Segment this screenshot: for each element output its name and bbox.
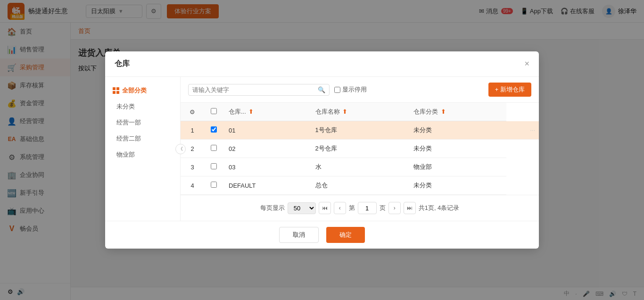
row-category: 未分类: [408, 140, 506, 158]
select-all-checkbox[interactable]: [211, 108, 217, 114]
row-checkbox[interactable]: [204, 176, 223, 195]
modal-close-button[interactable]: ×: [524, 59, 529, 69]
row-code: 01: [223, 121, 310, 140]
row-code: DEFAULT: [223, 176, 310, 195]
row-category: 未分类: [408, 121, 506, 140]
warehouse-modal: 仓库 × 全部分类 未分类 经营一部 经营二部 物业部: [105, 51, 539, 249]
modal-overlay: 仓库 × 全部分类 未分类 经营一部 经营二部 物业部: [0, 0, 644, 300]
table-wrapper: ⚙ 仓库... ⬆ 仓库名称: [181, 103, 539, 195]
search-box: 🔍: [188, 84, 330, 96]
row-checkbox[interactable]: [204, 158, 223, 176]
new-warehouse-btn[interactable]: + 新增仓库: [488, 83, 531, 97]
modal-footer: 取消 确定: [105, 221, 539, 249]
sort-icon: ⬆: [248, 108, 254, 115]
modal-body: 全部分类 未分类 经营一部 经营二部 物业部 《 🔍: [105, 77, 539, 221]
modal-title: 仓库: [115, 59, 130, 69]
col-gear: ⚙: [181, 103, 204, 121]
row-actions[interactable]: ···: [506, 121, 539, 140]
sort-icon-3: ⬆: [441, 108, 446, 115]
total-text: 共1页, 4条记录: [419, 204, 460, 212]
col-category: 仓库分类 ⬆: [408, 103, 506, 121]
modal-sidebar: 全部分类 未分类 经营一部 经营二部 物业部 《: [105, 77, 181, 221]
sort-icon-2: ⬆: [342, 108, 347, 115]
cat-item-0[interactable]: 未分类: [105, 99, 180, 115]
modal-header: 仓库 ×: [105, 51, 539, 77]
table-row[interactable]: 3 03 水 物业部: [181, 158, 539, 176]
row-code: 03: [223, 158, 310, 176]
pagination: 每页显示 10 20 50 100 ⏮ ‹ 第 页 › ⏭ 共1页, 4条记录: [181, 195, 539, 221]
cancel-button[interactable]: 取消: [279, 227, 319, 243]
cat-item-3[interactable]: 物业部: [105, 147, 180, 163]
first-page-btn[interactable]: ⏮: [319, 202, 331, 214]
page-size-label: 每页显示: [260, 204, 285, 212]
all-category-btn[interactable]: 全部分类: [105, 83, 180, 99]
row-category: 物业部: [408, 158, 506, 176]
cat-item-2[interactable]: 经营二部: [105, 131, 180, 147]
grid-icon: [113, 87, 119, 94]
row-name: 2号仓库: [310, 140, 408, 158]
cat-item-1[interactable]: 经营一部: [105, 115, 180, 131]
show-disabled-checkbox[interactable]: [334, 87, 340, 93]
row-checkbox[interactable]: [204, 140, 223, 158]
show-disabled-label: 显示停用: [334, 85, 367, 94]
last-page-btn[interactable]: ⏭: [404, 202, 416, 214]
row-code: 02: [223, 140, 310, 158]
search-icon: 🔍: [318, 86, 325, 93]
row-name: 水: [310, 158, 408, 176]
col-check: [204, 103, 223, 121]
modal-main: 🔍 显示停用 + 新增仓库 ⚙: [181, 77, 539, 221]
gear-icon[interactable]: ⚙: [190, 108, 195, 116]
row-checkbox[interactable]: [204, 121, 223, 140]
row-category: 未分类: [408, 176, 506, 195]
table-row[interactable]: 4 DEFAULT 总仓 未分类: [181, 176, 539, 195]
prev-page-btn[interactable]: ‹: [334, 202, 346, 214]
row-name: 总仓: [310, 176, 408, 195]
row-num: 4: [181, 176, 204, 195]
table-row[interactable]: 2 02 2号仓库 未分类: [181, 140, 539, 158]
sidebar-collapse-btn[interactable]: 《: [175, 144, 186, 154]
col-code: 仓库... ⬆: [223, 103, 310, 121]
warehouse-table: ⚙ 仓库... ⬆ 仓库名称: [181, 103, 539, 195]
col-name: 仓库名称 ⬆: [310, 103, 408, 121]
search-input[interactable]: [192, 86, 318, 93]
modal-toolbar: 🔍 显示停用 + 新增仓库: [181, 77, 539, 103]
page-number-input[interactable]: [358, 202, 377, 214]
row-num: 1: [181, 121, 204, 140]
confirm-button[interactable]: 确定: [326, 227, 365, 243]
page-size-select[interactable]: 10 20 50 100: [288, 202, 316, 214]
next-page-btn[interactable]: ›: [388, 202, 401, 214]
row-name: 1号仓库: [310, 121, 408, 140]
page-suffix-label: 页: [380, 204, 386, 212]
page-prefix-label: 第: [349, 204, 355, 212]
row-num: 3: [181, 158, 204, 176]
table-row[interactable]: 1 01 1号仓库 未分类 ···: [181, 121, 539, 140]
